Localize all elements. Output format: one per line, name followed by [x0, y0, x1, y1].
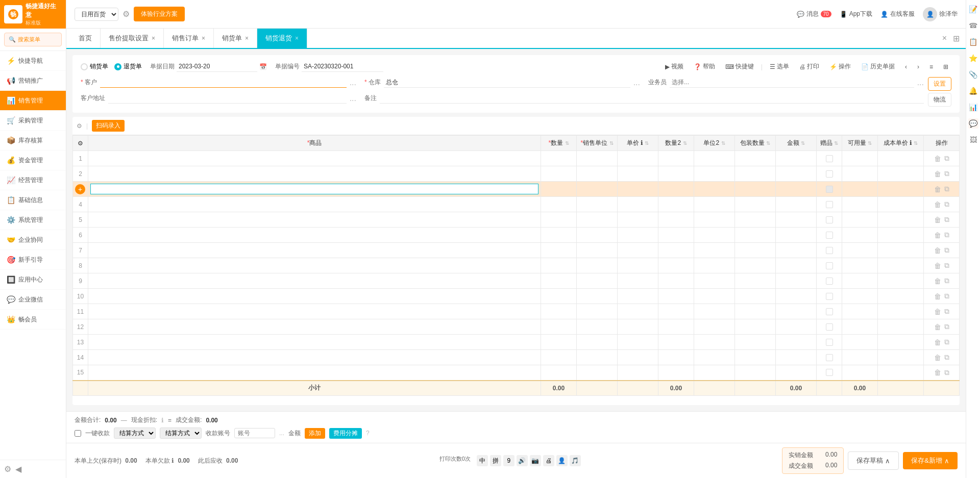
unit-cell[interactable] — [577, 304, 618, 319]
delete-row-icon[interactable]: 🗑 — [934, 262, 941, 270]
unit-cell[interactable] — [577, 365, 618, 381]
cost-cell[interactable] — [878, 258, 924, 273]
gift-cell[interactable] — [817, 228, 842, 243]
delete-row-icon[interactable]: 🗑 — [934, 323, 941, 331]
product-cell[interactable] — [88, 228, 541, 243]
gift-cell[interactable] — [817, 258, 842, 273]
topbar-gear-icon[interactable]: ⚙ — [122, 9, 130, 19]
add-row-button[interactable]: + — [75, 184, 85, 194]
gift-checkbox[interactable] — [826, 262, 833, 269]
product-cell[interactable] — [88, 166, 541, 182]
qty2-cell[interactable] — [658, 335, 694, 350]
unit-cell[interactable] — [577, 350, 618, 365]
shortcut-btn[interactable]: ⌨ 快捷键 — [722, 61, 757, 72]
cost-cell[interactable] — [878, 243, 924, 258]
avail-cell[interactable] — [842, 182, 878, 197]
amount-cell[interactable] — [776, 228, 817, 243]
unit-cell[interactable] — [577, 258, 618, 273]
tab-close-price[interactable]: × — [152, 35, 155, 42]
address-dots[interactable]: ... — [350, 94, 356, 103]
online-service-item[interactable]: 👤 在线客服 — [880, 10, 915, 18]
cost-cell[interactable] — [878, 350, 924, 365]
sidebar-item-basics[interactable]: 📋 基础信息 — [0, 190, 66, 210]
price-cell[interactable] — [618, 212, 658, 228]
price-cell[interactable] — [618, 273, 658, 289]
copy-row-icon[interactable]: ⧉ — [944, 368, 949, 377]
copy-row-icon[interactable]: ⧉ — [944, 292, 949, 300]
product-cell[interactable] — [88, 304, 541, 319]
price-cell[interactable] — [618, 182, 658, 197]
cost-cell[interactable] — [878, 182, 924, 197]
search-menu-button[interactable]: 🔍 搜索菜单 — [4, 33, 62, 46]
qty2-cell[interactable] — [658, 197, 694, 212]
avail-cell[interactable] — [842, 243, 878, 258]
select-btn[interactable]: ☰ 选单 — [767, 61, 792, 72]
unit2-cell[interactable] — [694, 350, 735, 365]
qty-cell[interactable] — [541, 258, 577, 273]
rp-icon-8[interactable]: 💬 — [968, 118, 978, 129]
date-input[interactable] — [177, 61, 257, 72]
cost-cell[interactable] — [878, 228, 924, 243]
collapse-icon[interactable]: ◀ — [15, 464, 21, 474]
settings-side-btn[interactable]: 设置 — [928, 77, 951, 91]
gift-cell[interactable] — [817, 350, 842, 365]
product-cell[interactable] — [88, 258, 541, 273]
product-cell[interactable] — [88, 350, 541, 365]
pkg-cell[interactable] — [735, 228, 776, 243]
pkg-cell[interactable] — [735, 304, 776, 319]
rp-icon-4[interactable]: ⭐ — [968, 53, 978, 63]
tool-icon-5[interactable]: 📷 — [530, 455, 541, 466]
avail-cell[interactable] — [842, 212, 878, 228]
avail-cell[interactable] — [842, 228, 878, 243]
pkg-cell[interactable] — [735, 197, 776, 212]
gift-checkbox[interactable] — [826, 247, 833, 254]
one-click-checkbox[interactable] — [75, 430, 81, 437]
copy-row-icon[interactable]: ⧉ — [944, 307, 949, 316]
sidebar-item-marketing[interactable]: 📢 营销推广 — [0, 71, 66, 91]
qty2-cell[interactable] — [658, 166, 694, 182]
copy-row-icon[interactable]: ⧉ — [944, 215, 949, 224]
amount-cell[interactable] — [776, 151, 817, 166]
trial-button[interactable]: 体验行业方案 — [134, 7, 185, 21]
qty-cell[interactable] — [541, 151, 577, 166]
qty-cell[interactable] — [541, 335, 577, 350]
copy-row-icon[interactable]: ⧉ — [944, 200, 949, 209]
rp-icon-9[interactable]: 🖼 — [968, 135, 978, 145]
gift-checkbox[interactable] — [826, 293, 833, 300]
logistics-btn[interactable]: 物流 — [928, 93, 951, 107]
delete-row-icon[interactable]: 🗑 — [934, 338, 941, 346]
pkg-cell[interactable] — [735, 212, 776, 228]
copy-row-icon[interactable]: ⧉ — [944, 246, 949, 255]
qty-cell[interactable] — [541, 212, 577, 228]
product-cell[interactable] — [88, 151, 541, 166]
amount-cell[interactable] — [776, 335, 817, 350]
calc-method-select[interactable]: 结算方式 — [160, 427, 202, 439]
amount-cell[interactable] — [776, 304, 817, 319]
delete-row-icon[interactable]: 🗑 — [934, 368, 941, 376]
history-btn[interactable]: 📄 历史单据 — [858, 61, 898, 72]
gift-checkbox[interactable] — [826, 216, 833, 223]
product-cell[interactable] — [88, 319, 541, 335]
qty-cell[interactable] — [541, 365, 577, 381]
gift-checkbox[interactable] — [826, 186, 833, 193]
cost-cell[interactable] — [878, 273, 924, 289]
pkg-cell[interactable] — [735, 273, 776, 289]
delete-row-icon[interactable]: 🗑 — [934, 277, 941, 285]
gift-checkbox[interactable] — [826, 354, 833, 361]
avail-cell[interactable] — [842, 350, 878, 365]
video-btn[interactable]: ▶ 视频 — [662, 61, 687, 72]
amount-cell[interactable] — [776, 166, 817, 182]
unit2-cell[interactable] — [694, 273, 735, 289]
price-cell[interactable] — [618, 166, 658, 182]
pkg-cell[interactable] — [735, 182, 776, 197]
avail-cell[interactable] — [842, 258, 878, 273]
cost-cell[interactable] — [878, 304, 924, 319]
amount-cell[interactable] — [776, 289, 817, 304]
pkg-cell[interactable] — [735, 151, 776, 166]
qty-cell[interactable] — [541, 182, 577, 197]
salesperson-dots[interactable]: ... — [917, 78, 924, 87]
sidebar-item-enterprise[interactable]: 🤝 企业协同 — [0, 230, 66, 250]
rp-icon-5[interactable]: 📎 — [968, 69, 978, 80]
cost-cell[interactable] — [878, 335, 924, 350]
customer-dots[interactable]: ... — [350, 78, 356, 87]
